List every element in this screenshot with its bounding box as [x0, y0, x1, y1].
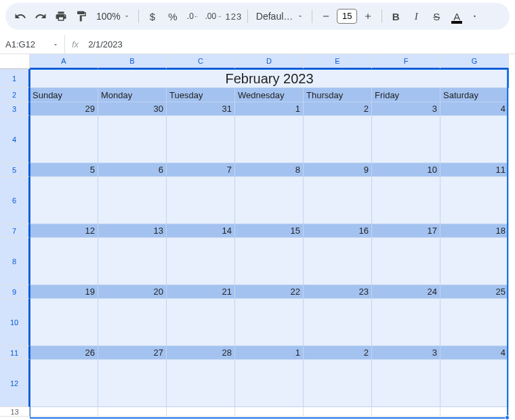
calendar-body-cell[interactable] [440, 116, 509, 163]
select-all-cell[interactable] [0, 54, 30, 69]
undo-button[interactable] [11, 7, 30, 26]
column-header[interactable]: E [304, 54, 372, 69]
day-header-cell[interactable]: Wednesday [235, 88, 304, 102]
row-header[interactable]: 5 [0, 163, 30, 177]
date-cell[interactable]: 9 [304, 163, 372, 177]
date-cell[interactable]: 14 [167, 224, 235, 238]
row-header[interactable]: 11 [0, 346, 30, 360]
calendar-body-cell[interactable] [30, 360, 98, 407]
zoom-select[interactable]: 100% [92, 11, 134, 22]
text-color-button[interactable]: A [447, 7, 466, 26]
formula-input[interactable]: 2/1/2023 [85, 39, 515, 49]
calendar-body-cell[interactable] [167, 299, 235, 346]
calendar-body-cell[interactable] [167, 360, 235, 407]
date-cell[interactable]: 12 [30, 224, 98, 238]
date-cell[interactable]: 1 [235, 346, 304, 360]
calendar-body-cell[interactable] [304, 360, 372, 407]
date-cell[interactable]: 18 [440, 224, 509, 238]
date-cell[interactable]: 7 [167, 163, 235, 177]
calendar-body-cell[interactable] [167, 116, 235, 163]
day-header-cell[interactable]: Tuesday [167, 88, 235, 102]
calendar-body-cell[interactable] [235, 177, 304, 224]
calendar-body-cell[interactable] [440, 238, 509, 285]
date-cell[interactable]: 3 [372, 102, 440, 116]
date-cell[interactable]: 29 [30, 102, 98, 116]
print-button[interactable] [52, 7, 70, 26]
column-header[interactable]: B [98, 54, 167, 69]
date-cell[interactable]: 17 [372, 224, 440, 238]
date-cell[interactable]: 10 [372, 163, 440, 177]
date-cell[interactable]: 1 [235, 102, 304, 116]
column-header[interactable]: G [440, 54, 509, 69]
day-header-cell[interactable]: Friday [372, 88, 440, 102]
row-header[interactable]: 3 [0, 102, 30, 116]
calendar-body-cell[interactable] [372, 360, 440, 407]
calendar-body-cell[interactable] [372, 116, 440, 163]
date-cell[interactable]: 24 [372, 285, 440, 299]
calendar-body-cell[interactable] [440, 177, 509, 224]
cell[interactable] [235, 407, 304, 417]
date-cell[interactable]: 26 [30, 346, 98, 360]
font-family-select[interactable]: Defaul… [252, 11, 308, 22]
date-cell[interactable]: 21 [167, 285, 235, 299]
row-header[interactable]: 1 [0, 69, 30, 88]
date-cell[interactable]: 2 [304, 346, 372, 360]
date-cell[interactable]: 22 [235, 285, 304, 299]
calendar-body-cell[interactable] [30, 177, 98, 224]
date-cell[interactable]: 16 [304, 224, 372, 238]
date-cell[interactable]: 8 [235, 163, 304, 177]
calendar-body-cell[interactable] [30, 116, 98, 163]
day-header-cell[interactable]: Sunday [30, 88, 98, 102]
calendar-body-cell[interactable] [304, 116, 372, 163]
increase-decimal-button[interactable]: .00→ [204, 7, 223, 26]
calendar-body-cell[interactable] [304, 299, 372, 346]
date-cell[interactable]: 20 [98, 285, 167, 299]
date-cell[interactable]: 31 [167, 102, 235, 116]
date-cell[interactable]: 27 [98, 346, 167, 360]
cell[interactable] [167, 407, 235, 417]
calendar-body-cell[interactable] [98, 116, 167, 163]
calendar-body-cell[interactable] [235, 116, 304, 163]
calendar-body-cell[interactable] [235, 360, 304, 407]
cells-area[interactable]: February 2023 Sunday Monday Tuesday Wedn… [30, 69, 509, 417]
date-cell[interactable]: 6 [98, 163, 167, 177]
row-header[interactable]: 2 [0, 88, 30, 102]
percent-button[interactable]: % [163, 7, 182, 26]
cell[interactable] [98, 407, 167, 417]
column-header[interactable]: A [30, 54, 98, 69]
calendar-body-cell[interactable] [372, 299, 440, 346]
more-formats-button[interactable]: 123 [224, 7, 243, 26]
calendar-body-cell[interactable] [440, 360, 509, 407]
row-header[interactable]: 13 [0, 407, 30, 417]
date-cell[interactable]: 5 [30, 163, 98, 177]
bold-button[interactable]: B [386, 7, 405, 26]
date-cell[interactable]: 15 [235, 224, 304, 238]
calendar-body-cell[interactable] [304, 238, 372, 285]
row-header[interactable]: 10 [0, 299, 30, 346]
cell[interactable] [30, 407, 98, 417]
calendar-body-cell[interactable] [372, 177, 440, 224]
paint-format-button[interactable] [72, 7, 91, 26]
column-header[interactable]: F [372, 54, 440, 69]
date-cell[interactable]: 28 [167, 346, 235, 360]
day-header-cell[interactable]: Thursday [304, 88, 372, 102]
italic-button[interactable]: I [407, 7, 426, 26]
cell[interactable] [304, 407, 372, 417]
decrease-decimal-button[interactable]: .0← [184, 7, 203, 26]
row-header[interactable]: 7 [0, 224, 30, 238]
calendar-body-cell[interactable] [235, 299, 304, 346]
calendar-body-cell[interactable] [440, 299, 509, 346]
calendar-body-cell[interactable] [372, 238, 440, 285]
decrease-font-size-button[interactable] [316, 7, 335, 26]
date-cell[interactable]: 3 [372, 346, 440, 360]
date-cell[interactable]: 30 [98, 102, 167, 116]
strikethrough-button[interactable]: S [427, 7, 446, 26]
calendar-body-cell[interactable] [98, 177, 167, 224]
date-cell[interactable]: 2 [304, 102, 372, 116]
font-size-input[interactable]: 15 [337, 9, 357, 24]
date-cell[interactable]: 4 [440, 102, 509, 116]
row-header[interactable]: 6 [0, 177, 30, 224]
row-header[interactable]: 9 [0, 285, 30, 299]
row-header[interactable]: 8 [0, 238, 30, 285]
day-header-cell[interactable]: Monday [98, 88, 167, 102]
